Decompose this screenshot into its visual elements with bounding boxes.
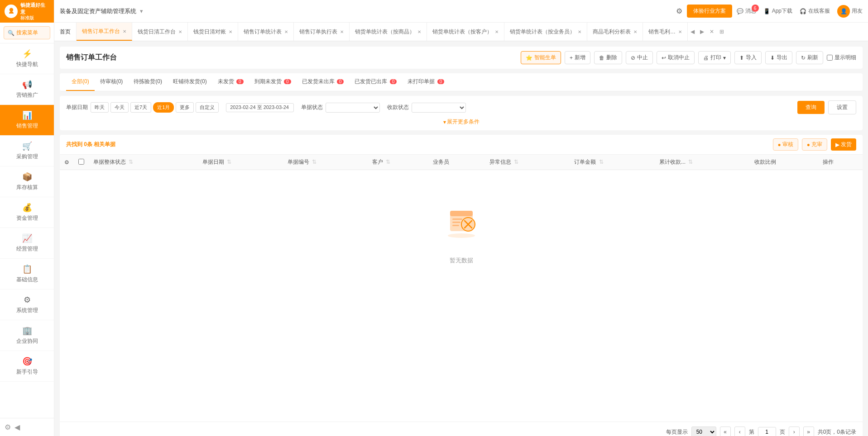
- sidebar-item-base-info[interactable]: 📋 基础信息: [0, 259, 54, 289]
- delete-button[interactable]: 🗑 删除: [594, 51, 622, 64]
- filter-tab-not-shipped[interactable]: 未发货 0: [212, 73, 249, 91]
- next-page-button[interactable]: ›: [789, 427, 800, 436]
- date-range-input[interactable]: [226, 103, 294, 112]
- filter-tab-not-printed[interactable]: 未打印单据 0: [402, 73, 450, 91]
- tab-close-by-product[interactable]: ✕: [417, 29, 421, 34]
- table-area: 共找到 0条 相关单据 ● 审核 ● 充审: [60, 135, 863, 436]
- tabs-prev-button[interactable]: ◀: [688, 23, 697, 41]
- tab-profit-analysis[interactable]: 商品毛利分析表 ✕: [587, 23, 643, 41]
- app-download-button[interactable]: 📱 App下载: [763, 7, 792, 15]
- tab-money-daily-reconcile[interactable]: 钱货日清对账 ✕: [188, 23, 238, 41]
- page-number-input[interactable]: [758, 427, 776, 436]
- user-menu-button[interactable]: 👤 用友: [837, 5, 863, 18]
- tabs-close-button[interactable]: ✕: [707, 23, 717, 41]
- show-detail-checkbox-label[interactable]: 显示明细: [827, 54, 856, 62]
- date-btn-1month[interactable]: 近1月: [153, 102, 174, 113]
- stop-button[interactable]: ⊘ 中止: [626, 51, 653, 64]
- tab-close-profit[interactable]: ✕: [633, 29, 637, 34]
- table-scroll-container[interactable]: ⚙ 单据整体状态 ⇅ 单据日期 ⇅: [60, 155, 863, 422]
- sidebar-item-marketing[interactable]: 📢 营销推广: [0, 74, 54, 105]
- tabs-next-button[interactable]: ▶: [697, 23, 707, 41]
- sort-payment-icon[interactable]: ⇅: [688, 159, 693, 165]
- tab-sales-by-customer[interactable]: 销货单统计表（按客户） ✕: [427, 23, 504, 41]
- sidebar-item-system[interactable]: ⚙ 系统管理: [0, 289, 54, 320]
- filter-tab-pending-review[interactable]: 待审核(0): [95, 73, 129, 91]
- cancel-stop-button[interactable]: ↩ 取消中止: [657, 51, 695, 64]
- search-menu-button[interactable]: 🔍 搜索菜单: [4, 26, 50, 39]
- approve-button[interactable]: ● 审核: [773, 138, 798, 151]
- select-all-checkbox[interactable]: [78, 159, 84, 165]
- topbar-settings-icon[interactable]: ⚙: [676, 7, 682, 15]
- print-button[interactable]: 🖨 打印 ▾: [698, 51, 731, 64]
- sort-overall-status-icon[interactable]: ⇅: [129, 159, 133, 165]
- last-page-button[interactable]: »: [803, 427, 814, 436]
- filter-tab-pending-inspection[interactable]: 待拣验货(0): [128, 73, 168, 91]
- refresh-button[interactable]: ↻ 刷新: [796, 51, 823, 64]
- sidebar-item-enterprise[interactable]: 🏢 企业协同: [0, 320, 54, 351]
- tab-sales-by-salesperson[interactable]: 销货单统计表（按业务员） ✕: [504, 23, 587, 41]
- sidebar-item-quick-nav[interactable]: ⚡ 快捷导航: [0, 43, 54, 74]
- th-config[interactable]: ⚙: [60, 155, 74, 170]
- setting-button[interactable]: 设置: [828, 100, 856, 114]
- tabs-expand-button[interactable]: ⊞: [717, 23, 727, 41]
- export-button[interactable]: ⬇ 导出: [765, 51, 792, 64]
- date-btn-custom[interactable]: 自定义: [196, 102, 219, 113]
- tab-sales-execute[interactable]: 销售订单执行表 ✕: [294, 23, 350, 41]
- tab-close-execute[interactable]: ✕: [340, 29, 344, 34]
- date-btn-7days[interactable]: 近7天: [130, 102, 151, 113]
- tab-money-daily[interactable]: 钱货日清工作台 ✕: [132, 23, 188, 41]
- sidebar-item-guide[interactable]: 🎯 新手引导: [0, 351, 54, 382]
- unapprove-button[interactable]: ● 充审: [802, 138, 827, 151]
- filter-tab-shipped-out[interactable]: 已发货已出库 0: [349, 73, 402, 91]
- filter-tab-overdue-not-shipped[interactable]: 到期未发货 0: [249, 73, 297, 91]
- tab-close-by-customer[interactable]: ✕: [495, 29, 499, 34]
- date-btn-yesterday[interactable]: 昨天: [91, 102, 109, 113]
- chevron-down-icon: ▾: [443, 119, 446, 125]
- date-btn-today[interactable]: 今天: [110, 102, 129, 113]
- sidebar-item-sales[interactable]: 📊 销售管理: [0, 105, 54, 136]
- sidebar-settings-button[interactable]: ⚙: [5, 423, 11, 431]
- add-button[interactable]: + 新增: [565, 51, 590, 64]
- filter-tab-shipped-not-out[interactable]: 已发货未出库 0: [297, 73, 350, 91]
- date-btn-more[interactable]: 更多: [176, 102, 194, 113]
- sidebar-item-operations[interactable]: 📈 经营管理: [0, 228, 54, 259]
- tab-sales-order-workbench[interactable]: 销售订单工作台 ✕: [77, 23, 132, 41]
- page-size-select[interactable]: 50 20 100: [691, 427, 716, 436]
- sort-amount-icon[interactable]: ⇅: [599, 159, 604, 165]
- system-title-dropdown[interactable]: ▾: [140, 8, 143, 14]
- sidebar-collapse-button[interactable]: ◀: [14, 423, 20, 431]
- message-button[interactable]: 💬 消息 6: [737, 7, 756, 15]
- tab-close-by-salesperson[interactable]: ✕: [578, 29, 581, 34]
- prev-page-button[interactable]: ‹: [734, 427, 745, 436]
- ship-button[interactable]: ▶ 发货: [831, 138, 856, 151]
- tab-sales-stats[interactable]: 销售订单统计表 ✕: [238, 23, 294, 41]
- filter-tab-wangpu-pending[interactable]: 旺铺待发货(0): [168, 73, 212, 91]
- sort-number-icon[interactable]: ⇅: [312, 159, 317, 165]
- sidebar-item-purchase[interactable]: 🛒 采购管理: [0, 136, 54, 166]
- sort-anomaly-icon[interactable]: ⇅: [514, 159, 518, 165]
- tab-home[interactable]: 首页: [54, 23, 77, 41]
- sort-customer-icon[interactable]: ⇅: [386, 159, 390, 165]
- import-button[interactable]: ⬆ 导入: [734, 51, 762, 64]
- expand-more-conditions-button[interactable]: ▾ 展开更多条件: [443, 118, 480, 126]
- tab-close-reconcile[interactable]: ✕: [229, 29, 232, 34]
- tab-close-sales-profit[interactable]: ✕: [678, 29, 682, 34]
- tab-sales-profit[interactable]: 销售毛利… ✕: [643, 23, 688, 41]
- sort-date-icon[interactable]: ⇅: [227, 159, 231, 165]
- tab-sales-by-product[interactable]: 销货单统计表（按商品） ✕: [350, 23, 427, 41]
- filter-tab-all[interactable]: 全部(0): [66, 73, 95, 91]
- solution-button[interactable]: 体验行业方案: [687, 5, 732, 18]
- tab-close-sales-order[interactable]: ✕: [123, 29, 126, 34]
- smart-create-button[interactable]: ⭐ 智能生单: [521, 51, 561, 64]
- sidebar-item-inventory[interactable]: 📦 库存核算: [0, 166, 54, 197]
- tab-close-money-daily[interactable]: ✕: [178, 29, 182, 34]
- first-page-button[interactable]: «: [720, 427, 731, 436]
- tab-close-sales-stats[interactable]: ✕: [284, 29, 288, 34]
- show-detail-checkbox[interactable]: [827, 55, 833, 61]
- payment-select[interactable]: [412, 103, 466, 113]
- sidebar-item-finance[interactable]: 💰 资金管理: [0, 197, 54, 228]
- th-checkbox[interactable]: [74, 155, 89, 170]
- online-service-button[interactable]: 🎧 在线客服: [800, 7, 830, 15]
- search-button[interactable]: 查询: [797, 101, 825, 114]
- status-select[interactable]: [326, 103, 380, 113]
